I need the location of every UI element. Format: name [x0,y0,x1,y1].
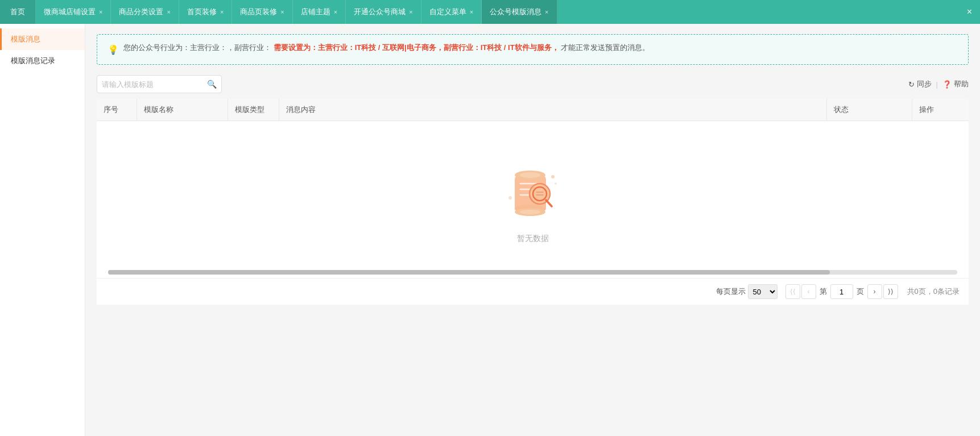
col-header-content: 消息内容 [279,99,826,121]
nav-tab-template-msg-close[interactable]: × [545,9,548,15]
nav-tab-category-close[interactable]: × [167,9,170,15]
sidebar-item-template-record-label: 模版消息记录 [11,56,55,65]
scrollbar-thumb[interactable] [108,270,830,275]
scrollbar-container [97,267,969,278]
toolbar-right: ↻ 同步 | ❓ 帮助 [908,79,969,89]
sidebar-item-template-record[interactable]: 模版消息记录 [0,50,85,72]
nav-tab-custom-menu[interactable]: 自定义菜单 × [421,0,482,24]
svg-point-16 [508,196,512,200]
sync-label: 同步 [917,79,932,89]
help-button[interactable]: ❓ 帮助 [942,79,969,89]
page-number-input[interactable]: 1 [830,284,853,299]
page-input-wrap: 1 [830,284,853,299]
help-circle-icon: ❓ [942,80,952,89]
nav-tab-category-setting-label: 商品分类设置 [119,7,163,17]
toolbar-divider: | [936,80,938,89]
prev-page-button[interactable]: ‹ [801,284,816,299]
page-size-label: 每页显示 [716,286,746,297]
nav-tab-home-label: 首页 [10,7,25,17]
data-table: 序号 模版名称 模版类型 消息内容 状态 操作 [97,99,969,121]
col-header-action: 操作 [912,99,969,121]
page-label-text: 第 [820,286,827,297]
svg-line-9 [546,200,552,206]
notice-text-after: 才能正常发送预置的消息。 [561,43,650,52]
nav-tab-homepage-decor-label: 首页装修 [187,7,217,17]
nav-tab-open-mall[interactable]: 开通公众号商城 × [346,0,421,24]
main-layout: 模版消息 模版消息记录 💡 您的公众号行业为：主营行业：，副营行业： 需要设置为… [0,24,980,436]
nav-tab-product-decor-label: 商品页装修 [240,7,277,17]
nav-tab-shop-setting[interactable]: 微商城店铺设置 × [36,0,111,24]
search-icon[interactable]: 🔍 [207,80,217,89]
bulb-icon: 💡 [107,42,119,57]
pagination-total-info: 共0页，0条记录 [907,286,960,297]
first-page-button[interactable]: ⟨⟨ [785,284,800,299]
page-nav: ⟨⟨ ‹ 第 1 页 › ⟩⟩ [785,284,898,299]
svg-point-3 [520,172,540,178]
sync-icon: ↻ [908,80,915,89]
sync-button[interactable]: ↻ 同步 [908,79,932,89]
nav-tab-store-theme[interactable]: 店铺主题 × [293,0,346,24]
notice-box: 💡 您的公众号行业为：主营行业：，副营行业： 需要设置为：主营行业：IT科技 /… [97,34,969,65]
scrollbar-track[interactable] [108,270,957,275]
col-header-name: 模版名称 [137,99,228,121]
nav-tab-product-decor-close[interactable]: × [280,9,284,15]
nav-tab-homepage-decor[interactable]: 首页装修 × [179,0,232,24]
col-header-type: 模版类型 [228,99,279,121]
nav-tab-custom-menu-close[interactable]: × [470,9,473,15]
nav-tab-template-msg[interactable]: 公众号模版消息 × [482,0,557,24]
nav-tab-shop-setting-label: 微商城店铺设置 [44,7,96,17]
sidebar: 模版消息 模版消息记录 [0,24,85,436]
nav-tab-category-setting[interactable]: 商品分类设置 × [111,0,179,24]
svg-point-14 [551,175,555,178]
sidebar-item-template-msg-label: 模版消息 [11,35,40,43]
close-all-tabs-button[interactable]: × [959,7,980,17]
nav-tab-homepage-decor-close[interactable]: × [220,9,224,15]
sidebar-item-template-msg[interactable]: 模版消息 [0,28,85,50]
nav-tab-template-msg-label: 公众号模版消息 [490,7,541,17]
next-page-button[interactable]: › [867,284,882,299]
col-header-status: 状态 [826,99,912,121]
nav-tab-open-mall-close[interactable]: × [409,9,412,15]
toolbar: 🔍 ↻ 同步 | ❓ 帮助 [97,75,969,93]
empty-state-text: 暂无数据 [517,234,549,244]
search-input-wrap: 🔍 [97,75,222,93]
search-input[interactable] [102,80,207,89]
pagination-bar: 每页显示 50 10 20 100 ⟨⟨ ‹ 第 1 页 [97,278,969,305]
notice-text: 您的公众号行业为：主营行业：，副营行业： 需要设置为：主营行业：IT科技 / 互… [123,41,650,54]
nav-tab-store-theme-label: 店铺主题 [301,7,330,17]
nav-tab-open-mall-label: 开通公众号商城 [354,7,406,17]
empty-state: 暂无数据 [97,121,969,267]
page-size-select: 每页显示 50 10 20 100 [716,284,778,299]
content-area: 💡 您的公众号行业为：主营行业：，副营行业： 需要设置为：主营行业：IT科技 /… [85,24,980,436]
nav-tab-store-theme-close[interactable]: × [334,9,337,15]
table-wrapper: 序号 模版名称 模版类型 消息内容 状态 操作 [97,99,969,305]
table-header-row: 序号 模版名称 模版类型 消息内容 状态 操作 [97,99,969,121]
nav-tab-custom-menu-label: 自定义菜单 [429,7,466,17]
last-page-button[interactable]: ⟩⟩ [883,284,898,299]
nav-tab-home[interactable]: 首页 [0,0,36,24]
svg-point-13 [520,210,540,214]
col-header-no: 序号 [97,99,137,121]
nav-tab-shop-setting-close[interactable]: × [99,9,102,15]
help-label: 帮助 [954,79,969,89]
nav-tab-product-decor[interactable]: 商品页装修 × [232,0,292,24]
page-suffix-text: 页 [857,286,864,297]
svg-point-15 [555,182,557,185]
notice-highlight: 需要设置为：主营行业：IT科技 / 互联网|电子商务，副营行业：IT科技 / I… [274,43,559,52]
top-nav: 首页 微商城店铺设置 × 商品分类设置 × 首页装修 × 商品页装修 × 店铺主… [0,0,980,24]
notice-text-before: 您的公众号行业为：主营行业：，副营行业： [123,43,271,52]
page-size-dropdown[interactable]: 50 10 20 100 [748,284,778,299]
empty-state-illustration [499,155,567,223]
